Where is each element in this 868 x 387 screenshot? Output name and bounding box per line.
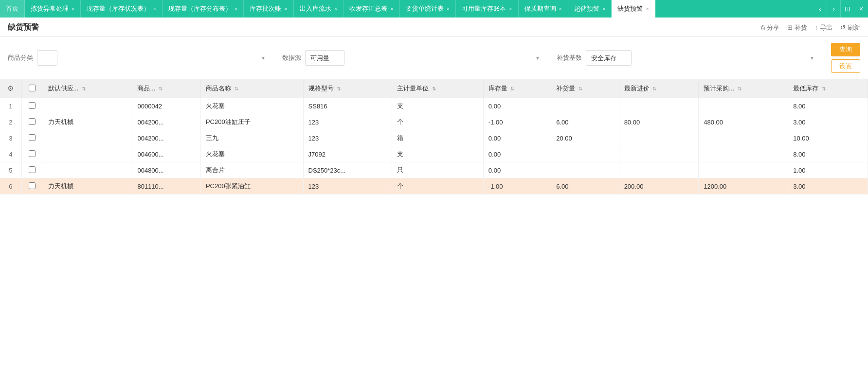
row-checkbox-5[interactable] xyxy=(21,162,43,178)
tab-close-collect[interactable]: × xyxy=(390,6,393,12)
row-checkbox-2[interactable] xyxy=(21,114,43,130)
row-estimated-purchase-1 xyxy=(699,98,788,114)
tab-expiry[interactable]: 保质期查询 × xyxy=(519,0,568,18)
export-button[interactable]: ↑ 导出 xyxy=(815,23,833,32)
tab-close-inventory-dist[interactable]: × xyxy=(235,6,237,12)
tab-inventory-dist[interactable]: 现存量（库存分布表） × xyxy=(163,0,244,18)
replenish-base-select-wrapper: 安全库存 xyxy=(586,50,819,66)
row-select-checkbox-2[interactable] xyxy=(29,118,36,125)
row-product-code-1: 0000042 xyxy=(132,98,201,114)
col-min-stock-header[interactable]: 最低库存 ⇅ xyxy=(788,79,868,98)
tab-prev-btn[interactable]: ‹ xyxy=(814,0,827,18)
tab-close-inventory-status[interactable]: × xyxy=(153,6,156,12)
row-checkbox-4[interactable] xyxy=(21,146,43,162)
tab-close-available[interactable]: × xyxy=(509,6,512,12)
tab-inout-flow[interactable]: 出入库流水 × xyxy=(294,0,344,18)
row-checkbox-6[interactable] xyxy=(21,178,43,194)
row-checkbox-3[interactable] xyxy=(21,130,43,146)
row-product-code-3: 004200... xyxy=(132,130,201,146)
row-estimated-purchase-6: 1200.00 xyxy=(699,178,788,194)
sort-latest-price-icon: ⇅ xyxy=(652,86,656,91)
row-product-name-6: PC200张紧油缸 xyxy=(200,178,303,194)
row-no-3: 3 xyxy=(0,130,21,146)
row-stock-6: -1.00 xyxy=(483,178,551,194)
column-settings-btn[interactable]: ⚙ xyxy=(6,83,15,94)
col-estimated-purchase-header[interactable]: 预计采购... ⇅ xyxy=(699,79,788,98)
col-replenish-header[interactable]: 补货量 ⇅ xyxy=(551,79,619,98)
tab-collect[interactable]: 收发存汇总表 × xyxy=(344,0,399,18)
row-select-checkbox-5[interactable] xyxy=(29,166,36,173)
row-product-code-6: 801110... xyxy=(132,178,201,194)
row-replenish-5 xyxy=(551,162,619,178)
share-button[interactable]: ⎙ 分享 xyxy=(761,23,779,32)
tab-abnormal[interactable]: 拣货异常处理 × xyxy=(25,0,81,18)
row-supplier-2: 力天机械 xyxy=(43,114,132,130)
row-product-code-4: 004600... xyxy=(132,146,201,162)
row-stock-1: 0.00 xyxy=(483,98,551,114)
tab-restore-btn[interactable]: ⊡ xyxy=(841,0,854,18)
col-unit-header[interactable]: 主计量单位 ⇅ xyxy=(392,79,483,98)
replenish-button[interactable]: ⊞ 补货 xyxy=(787,23,807,32)
datasource-select-wrapper: 可用量 xyxy=(305,50,545,66)
tab-close-batch[interactable]: × xyxy=(284,6,287,12)
tab-close-inout-flow[interactable]: × xyxy=(334,6,337,12)
row-no-5: 5 xyxy=(0,162,21,178)
refresh-button[interactable]: ↺ 刷新 xyxy=(840,23,860,32)
col-stock-header[interactable]: 库存量 ⇅ xyxy=(483,79,551,98)
category-select[interactable] xyxy=(37,50,57,66)
row-unit-5: 只 xyxy=(392,162,483,178)
datasource-select[interactable]: 可用量 xyxy=(305,50,344,66)
row-no-4: 4 xyxy=(0,146,21,162)
col-product-code-header[interactable]: 商品... ⇅ xyxy=(132,79,201,98)
tab-inventory-status[interactable]: 现存量（库存状况表） × xyxy=(81,0,162,18)
row-stock-3: 0.00 xyxy=(483,130,551,146)
tab-close-window-btn[interactable]: × xyxy=(854,0,868,18)
row-supplier-1 xyxy=(43,98,132,114)
tab-close-order-stat[interactable]: × xyxy=(447,6,450,12)
row-supplier-5 xyxy=(43,162,132,178)
replenish-base-select[interactable]: 安全库存 xyxy=(586,50,632,66)
row-no-6: 6 xyxy=(0,178,21,194)
row-select-checkbox-4[interactable] xyxy=(29,150,36,157)
row-latest-price-3 xyxy=(619,130,699,146)
row-stock-4: 0.00 xyxy=(483,146,551,162)
tab-shortage[interactable]: 缺货预警 × xyxy=(612,0,655,18)
sort-supplier-icon: ⇅ xyxy=(82,86,86,91)
tab-overstock[interactable]: 超储预警 × xyxy=(568,0,612,18)
sort-spec-icon: ⇅ xyxy=(337,86,341,91)
select-all-checkbox[interactable] xyxy=(29,85,36,91)
sort-product-name-icon: ⇅ xyxy=(235,86,238,91)
tab-close-shortage[interactable]: × xyxy=(646,6,649,12)
row-select-checkbox-6[interactable] xyxy=(29,182,36,189)
col-checkbox-header[interactable] xyxy=(21,79,43,98)
tab-order-stat[interactable]: 要货单统计表 × xyxy=(400,0,456,18)
tab-close-overstock[interactable]: × xyxy=(602,6,605,12)
row-spec-2: 123 xyxy=(303,114,392,130)
row-latest-price-1 xyxy=(619,98,699,114)
tab-batch[interactable]: 库存批次账 × xyxy=(244,0,293,18)
tab-next-btn[interactable]: › xyxy=(827,0,841,18)
col-settings-header[interactable]: ⚙ xyxy=(0,79,21,98)
col-supplier-header[interactable]: 默认供应... ⇅ xyxy=(43,79,132,98)
tab-close-abnormal[interactable]: × xyxy=(72,6,74,12)
row-spec-5: DS250*23c... xyxy=(303,162,392,178)
refresh-icon: ↺ xyxy=(840,24,846,31)
sort-stock-icon: ⇅ xyxy=(510,86,514,91)
col-spec-header[interactable]: 规格型号 ⇅ xyxy=(303,79,392,98)
row-supplier-6: 力天机械 xyxy=(43,178,132,194)
row-select-checkbox-1[interactable] xyxy=(29,102,36,109)
tab-available[interactable]: 可用量库存账本 × xyxy=(456,0,518,18)
row-unit-1: 支 xyxy=(392,98,483,114)
tab-home[interactable]: 首页 xyxy=(0,0,25,18)
row-latest-price-2: 80.00 xyxy=(619,114,699,130)
col-product-name-header[interactable]: 商品名称 ⇅ xyxy=(200,79,303,98)
settings-button[interactable]: 设置 xyxy=(831,59,860,73)
query-button[interactable]: 查询 xyxy=(831,43,860,56)
row-no-2: 2 xyxy=(0,114,21,130)
col-latest-price-header[interactable]: 最新进价 ⇅ xyxy=(619,79,699,98)
table-row: 4 004600... 火花塞 J7092 支 0.00 8.00 xyxy=(0,146,868,162)
row-select-checkbox-3[interactable] xyxy=(29,134,36,141)
tab-close-expiry[interactable]: × xyxy=(559,6,562,12)
row-checkbox-1[interactable] xyxy=(21,98,43,114)
category-filter: 商品分类 xyxy=(8,50,271,66)
